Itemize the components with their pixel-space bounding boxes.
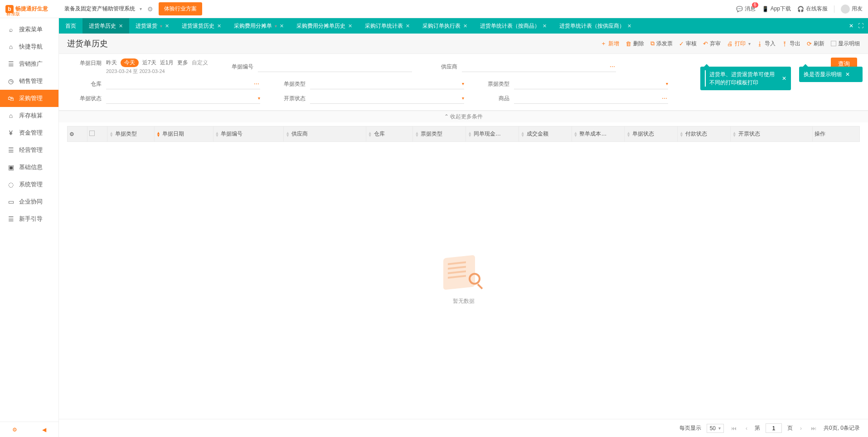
table-settings-icon[interactable]: ⚙ (69, 131, 74, 137)
new-button[interactable]: ＋新增 (601, 39, 619, 48)
collapse-filters-button[interactable]: ⌃ 收起更多条件 (59, 111, 868, 122)
tab[interactable]: 进货单历史✕ (82, 18, 129, 34)
tab[interactable]: 进货单统计表（按商品）✕ (474, 18, 553, 34)
close-icon[interactable]: ✕ (627, 23, 631, 29)
tab[interactable]: 采购费用分摊单历史✕ (290, 18, 359, 34)
column-header[interactable]: ▲▼成交金额 (519, 126, 572, 142)
sidebar-item[interactable]: ◌系统管理 (0, 176, 58, 193)
column-label: 单据编号 (221, 130, 242, 138)
tab[interactable]: 进货退货历史✕ (175, 18, 228, 34)
unaudit-button[interactable]: ↶弃审 (703, 40, 721, 48)
close-icon[interactable]: ✕ (119, 23, 123, 29)
close-all-tabs-icon[interactable]: ✕ (849, 23, 853, 29)
sidebar-item[interactable]: ☰新手引导 (0, 210, 58, 228)
sidebar-item[interactable]: ☰经营管理 (0, 141, 58, 159)
date-opt-1m[interactable]: 近1月 (160, 59, 174, 67)
show-detail-toggle[interactable]: 显示明细 (831, 40, 860, 48)
logo-subtext: 标准版 (6, 11, 20, 17)
prev-page-button[interactable]: ‹ (744, 425, 749, 432)
column-header[interactable]: ▲▼付款状态 (677, 126, 730, 142)
cta-button[interactable]: 体验行业方案 (159, 2, 202, 15)
invoice-status-select[interactable]: ▾ (310, 93, 464, 104)
close-icon[interactable]: ✕ (845, 70, 850, 78)
sidebar-item[interactable]: ▣基础信息 (0, 159, 58, 176)
sidebar-item[interactable]: ⌂快捷导航 (0, 38, 58, 55)
collapse-sidebar-icon[interactable]: ◀ (42, 427, 46, 433)
sidebar-item[interactable]: ⌕搜索菜单 (0, 21, 58, 38)
sidebar-item[interactable]: ◷销售管理 (0, 73, 58, 90)
print-button[interactable]: 🖨打印▾ (727, 40, 751, 48)
tab[interactable]: 采购订单统计表✕ (359, 18, 416, 34)
user-menu[interactable]: 用友 (841, 5, 863, 14)
tab-label: 进货单历史 (89, 22, 116, 30)
column-header[interactable]: ▲▼单据日期 (154, 126, 213, 142)
gear-icon[interactable]: ⚙ (147, 5, 153, 13)
column-header[interactable]: ▲▼整单成本… (572, 126, 625, 142)
sidebar-item-label: 系统管理 (19, 180, 43, 189)
doc-no-input[interactable] (258, 61, 412, 72)
warehouse-select[interactable]: ⋯ (106, 78, 260, 89)
page-input[interactable] (766, 423, 782, 433)
settings-icon[interactable]: ⚙ (12, 427, 17, 433)
close-icon[interactable]: ✕ (217, 23, 221, 29)
close-icon[interactable]: ✕ (463, 23, 467, 29)
empty-text: 暂无数据 (453, 297, 475, 305)
export-button[interactable]: ⭱导出 (782, 40, 800, 48)
close-icon[interactable]: ✕ (406, 23, 410, 29)
sidebar-item[interactable]: 🛍采购管理 (0, 90, 58, 107)
column-header[interactable]: ▲▼供应商 (284, 126, 366, 142)
sort-icon: ▲▼ (286, 131, 290, 137)
close-icon[interactable]: ✕ (165, 23, 169, 29)
first-page-button[interactable]: ⏮ (729, 425, 738, 432)
tab[interactable]: 进货单统计表（按供应商）✕ (553, 18, 638, 34)
tab-label: 进货单统计表（按商品） (480, 22, 540, 30)
column-header[interactable]: ▲▼单据状态 (625, 126, 678, 142)
close-icon[interactable]: ✕ (782, 74, 786, 83)
messages-button[interactable]: 💬 消息 6 (736, 5, 756, 13)
next-page-button[interactable]: › (798, 425, 804, 432)
column-header[interactable]: ▲▼开票状态 (730, 126, 813, 142)
select-all-checkbox[interactable] (89, 131, 95, 136)
column-header[interactable]: ▲▼同单现金… (466, 126, 519, 142)
column-header[interactable]: ▲▼单据编号 (213, 126, 284, 142)
audit-button[interactable]: ✓审核 (679, 40, 697, 48)
avatar (841, 5, 850, 14)
per-page-select[interactable]: 50 ▾ (707, 424, 724, 433)
add-invoice-button[interactable]: ⧉添发票 (650, 40, 673, 48)
support-button[interactable]: 🎧 在线客服 (797, 5, 828, 13)
fullscreen-icon[interactable]: ⛶ (858, 23, 863, 29)
date-opt-7d[interactable]: 近7天 (142, 59, 156, 67)
system-selector[interactable]: 装备及固定资产辅助管理系统 ▾ (64, 5, 142, 13)
column-header[interactable]: ▲▼仓库 (366, 126, 413, 142)
nav-icon: ⌕ (7, 26, 15, 33)
sidebar-item[interactable]: ☰营销推广 (0, 55, 58, 73)
last-page-button[interactable]: ⏭ (809, 425, 818, 432)
sidebar-item[interactable]: ▭企业协同 (0, 193, 58, 210)
sort-icon: ▲▼ (215, 131, 219, 137)
tab[interactable]: 首页 (59, 18, 82, 34)
tab[interactable]: 采购费用分摊单▾✕ (228, 18, 290, 34)
refresh-button[interactable]: ⟳刷新 (807, 40, 824, 48)
close-icon[interactable]: ✕ (280, 23, 284, 29)
date-opt-yesterday[interactable]: 昨天 (106, 59, 117, 67)
app-download-button[interactable]: 📱 App下载 (762, 5, 791, 13)
sidebar-item[interactable]: ⌂库存核算 (0, 107, 58, 124)
column-header[interactable]: ▲▼票据类型 (413, 126, 466, 142)
import-button[interactable]: ⭳导入 (757, 40, 776, 48)
product-select[interactable]: ⋯ (514, 93, 668, 104)
column-header[interactable]: ▲▼单据类型 (107, 126, 155, 142)
date-opt-more[interactable]: 更多 (177, 59, 188, 67)
date-opt-today[interactable]: 今天 (121, 58, 139, 67)
date-range-display: 2023-03-24 至 2023-03-24 (106, 68, 208, 75)
doc-status-select[interactable]: ▾ (106, 93, 260, 104)
close-icon[interactable]: ✕ (543, 23, 547, 29)
date-opt-custom[interactable]: 自定义 (192, 59, 208, 67)
supplier-select[interactable]: ⋯ (462, 61, 616, 72)
tab[interactable]: 采购订单执行表✕ (416, 18, 474, 34)
tab[interactable]: 进货退货▾✕ (129, 18, 175, 34)
close-icon[interactable]: ✕ (348, 23, 352, 29)
doc-type-select[interactable]: ▾ (310, 78, 464, 89)
sidebar-item[interactable]: ¥资金管理 (0, 124, 58, 141)
delete-button[interactable]: 🗑删除 (626, 40, 644, 48)
page-suffix: 页 (787, 424, 793, 432)
